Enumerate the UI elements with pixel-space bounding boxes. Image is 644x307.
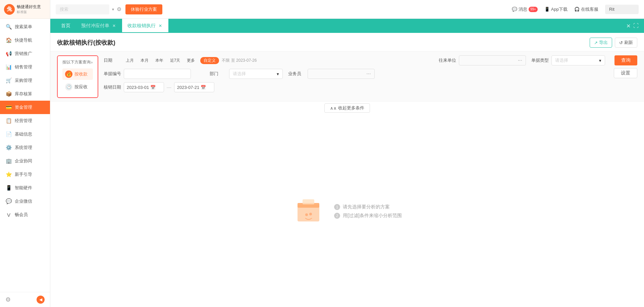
online-service-btn[interactable]: 🎧 在线客服	[574, 6, 598, 12]
enterprise-icon: 🏢	[5, 158, 12, 164]
empty-hint-1: 1 请先选择要分析的方案	[334, 204, 402, 210]
refresh-btn[interactable]: ↺ 刷新	[615, 38, 637, 48]
sidebar-collapse-btn[interactable]: ◀	[37, 296, 45, 304]
wecom-icon: 💬	[5, 198, 12, 205]
topbar: 搜索 ▾ ⚙ 休验行业方案 💬 消息 99+ 📱 App下载 🎧 在线客服 Ri…	[50, 0, 644, 19]
party-field: 往来单位 ···	[439, 55, 526, 65]
sidebar-item-quick[interactable]: 🏠 快捷导航	[0, 34, 50, 47]
sidebar-item-enterprise[interactable]: 🏢 企业协同	[0, 154, 50, 168]
sidebar-item-basic[interactable]: 📄 基础信息	[0, 127, 50, 141]
tab-collection[interactable]: 收款核销执行✕	[122, 19, 168, 33]
party-label: 往来单位	[439, 57, 456, 63]
svg-point-3	[305, 213, 308, 216]
marketing-icon: 📢	[5, 50, 12, 57]
sidebar-item-member[interactable]: V 畅会员	[0, 208, 50, 221]
doc-type-field: 单据类型 请选择 ▾	[531, 55, 605, 65]
empty-illustration	[292, 195, 326, 228]
query-option-by_receipt[interactable]: 💰 按收款	[62, 68, 93, 80]
message-icon: 💬	[512, 7, 517, 12]
sidebar-label-marketing: 营销推广	[15, 51, 32, 57]
tabbar-right: ✕ ⛶	[626, 23, 639, 29]
query-btn[interactable]: 查询	[614, 55, 637, 65]
filter-form: 日期 上月本月本年近7天更多 自定义 不限 至 2023-07-26 往来单位 …	[104, 55, 605, 98]
member-icon: V	[5, 211, 12, 218]
staff-dots[interactable]: ···	[366, 71, 371, 77]
message-btn[interactable]: 💬 消息 99+	[512, 6, 538, 12]
filter-settings-btn[interactable]: 设置	[614, 68, 637, 78]
hardware-icon: 📱	[5, 185, 12, 191]
svg-point-4	[309, 213, 312, 215]
gear-icon[interactable]: ⚙	[117, 6, 121, 12]
doc-number-label: 单据编号	[104, 71, 121, 77]
date-custom-btn[interactable]: 自定义	[200, 57, 219, 64]
sidebar-item-system[interactable]: ⚙️ 系统管理	[0, 141, 50, 154]
tab-close-prepay[interactable]: ✕	[111, 23, 117, 29]
dept-select[interactable]: 请选择 ▾	[229, 69, 283, 79]
collapse-icon[interactable]: »	[91, 60, 93, 65]
export-btn[interactable]: ↗ 导出	[590, 38, 612, 48]
sidebar-item-operation[interactable]: 📋 经营管理	[0, 114, 50, 127]
collapse-more-btn[interactable]: ∧∧ 收起更多条件	[324, 103, 370, 113]
date-separator: —	[167, 85, 171, 90]
sidebar-label-finance: 资金管理	[15, 104, 32, 110]
doc-type-select[interactable]: 请选择 ▾	[551, 55, 605, 65]
date-btn-本年[interactable]: 本年	[153, 57, 166, 64]
purchase-icon: 🛒	[5, 77, 12, 84]
empty-hint-2: 2 用[过滤]条件来缩小分析范围	[334, 213, 402, 219]
sidebar-item-guide[interactable]: ⭐ 新手引导	[0, 168, 50, 181]
operation-icon: 📋	[5, 117, 12, 124]
sidebar-label-sales: 销售管理	[15, 64, 32, 70]
staff-field: 业务员 ···	[288, 69, 375, 79]
svg-rect-2	[303, 199, 314, 204]
sidebar-item-hardware[interactable]: 📱 智能硬件	[0, 181, 50, 195]
date-btn-更多[interactable]: 更多	[184, 57, 198, 64]
empty-state: 1 请先选择要分析的方案 2 用[过滤]条件来缩小分析范围	[50, 115, 644, 307]
tab-label-prepay: 预付冲应付单	[81, 23, 109, 29]
doc-type-label: 单据类型	[531, 57, 549, 63]
sidebar-item-sales[interactable]: 📊 销售管理	[0, 60, 50, 74]
inventory-icon: 📦	[5, 91, 12, 97]
query-selector-title: 按以下方案查询 »	[62, 59, 93, 65]
search-icon: 🔍	[5, 23, 12, 30]
filter-area: 按以下方案查询 » 💰 按收款 🕐 按应收 日期 上月本月本年近7天更多	[50, 51, 644, 102]
query-option-by_receivable[interactable]: 🕐 按应收	[62, 81, 93, 93]
sidebar: 兔 畅捷通好生意 标准版 🔍 搜索菜单 🏠 快捷导航 📢 营销推广 📊 销售管理…	[0, 0, 50, 307]
logo-icon: 兔	[4, 4, 15, 15]
settings-icon[interactable]: ⚙	[5, 296, 11, 303]
tab-prepay[interactable]: 预付冲应付单✕	[76, 19, 122, 33]
app-name: 畅捷通好生意	[17, 4, 41, 10]
sidebar-bottom: ⚙ ◀	[0, 292, 50, 307]
query-selector: 按以下方案查询 » 💰 按收款 🕐 按应收	[57, 55, 98, 98]
industry-btn[interactable]: 休验行业方案	[125, 4, 162, 14]
writeoff-date-from[interactable]: 2023-03-01 📅	[124, 82, 164, 92]
sidebar-label-enterprise: 企业协同	[15, 158, 32, 164]
sidebar-item-wecom[interactable]: 💬 企业微信	[0, 195, 50, 208]
filter-collapse-row: ∧∧ 收起更多条件	[50, 102, 644, 115]
party-dots[interactable]: ···	[518, 57, 522, 63]
date-btn-上月[interactable]: 上月	[123, 57, 137, 64]
app-edition: 标准版	[17, 10, 41, 14]
writeoff-date-to[interactable]: 2023-07-21 📅	[174, 82, 214, 92]
search-input[interactable]: 搜索	[56, 4, 109, 14]
date-btn-近7天[interactable]: 近7天	[167, 57, 183, 64]
sidebar-item-search[interactable]: 🔍 搜索菜单	[0, 20, 50, 34]
topbar-right: 💬 消息 99+ 📱 App下载 🎧 在线客服 Rit	[512, 5, 639, 14]
sidebar-item-inventory[interactable]: 📦 库存核算	[0, 87, 50, 101]
app-download-btn[interactable]: 📱 App下载	[544, 6, 568, 12]
finance-icon: 💳	[5, 104, 12, 111]
date-shortcuts: 上月本月本年近7天更多	[123, 57, 198, 64]
doc-type-chevron-icon: ▾	[599, 58, 601, 63]
tab-expand-icon[interactable]: ⛶	[633, 23, 639, 29]
tab-close-all-icon[interactable]: ✕	[626, 23, 631, 29]
user-area[interactable]: Rit	[605, 5, 639, 14]
collapse-chevron-icon: ∧∧	[330, 106, 337, 111]
tab-home[interactable]: 首页	[56, 19, 76, 33]
sidebar-item-finance[interactable]: 💳 资金管理	[0, 101, 50, 114]
sidebar-item-marketing[interactable]: 📢 营销推广	[0, 47, 50, 60]
date-btn-本月[interactable]: 本月	[138, 57, 151, 64]
sidebar-item-purchase[interactable]: 🛒 采购管理	[0, 74, 50, 87]
page-header-actions: ↗ 导出 ↺ 刷新	[590, 38, 637, 48]
doc-number-input[interactable]	[124, 69, 191, 79]
tab-close-collection[interactable]: ✕	[158, 23, 163, 29]
query-option-label-by_receivable: 按应收	[74, 84, 88, 90]
